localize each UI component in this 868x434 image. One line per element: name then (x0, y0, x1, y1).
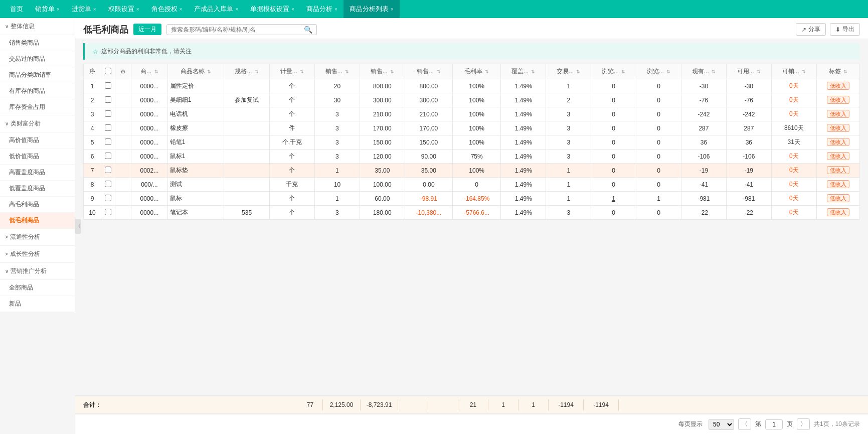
cell-tag: 低收入 (816, 121, 859, 135)
sidebar-group-营销推广分析[interactable]: ∨ 营销推广分析 (0, 263, 75, 280)
nav-item-角色授权[interactable]: 角色授权× (145, 0, 189, 18)
col-header-unit[interactable]: 计量... ⇅ (270, 64, 315, 79)
col-header-available-stock[interactable]: 可用... ⇅ (726, 64, 771, 79)
cell-check[interactable] (101, 79, 115, 93)
row-checkbox[interactable] (105, 209, 111, 215)
sidebar-item-销售类商品[interactable]: 销售类商品 (0, 35, 75, 51)
search-input[interactable] (171, 26, 304, 33)
nav-close-icon[interactable]: × (291, 7, 294, 12)
sidebar-item-高价值商品[interactable]: 高价值商品 (0, 132, 75, 149)
sidebar-collapse-btn[interactable]: 《 (75, 219, 81, 234)
nav-item-商品分析[interactable]: 商品分析× (300, 0, 343, 18)
sidebar-item-有库存的商品[interactable]: 有库存的商品 (0, 83, 75, 99)
cell-unit: 个 (270, 164, 315, 178)
row-checkbox[interactable] (105, 110, 111, 117)
nav-item-商品分析列表[interactable]: 商品分析列表× (343, 0, 400, 18)
col-header-gross-margin[interactable]: 毛利率 ⇅ (453, 64, 501, 79)
sidebar-group-成长性分析[interactable]: > 成长性分析 (0, 246, 75, 263)
col-header-sales-qty[interactable]: 销售... ⇅ (314, 64, 360, 79)
sidebar-item-低价值商品[interactable]: 低价值商品 (0, 149, 75, 165)
share-button[interactable]: ↗ 分享 (796, 23, 826, 36)
nav-close-icon[interactable]: × (93, 7, 96, 12)
cell-coverage: 1.49% (501, 135, 546, 150)
nav-item-权限设置[interactable]: 权限设置× (102, 0, 145, 18)
nav-close-icon[interactable]: × (57, 7, 60, 12)
col-header-settings[interactable]: ⚙ (115, 64, 131, 79)
row-checkbox[interactable] (105, 195, 111, 201)
nav-close-icon[interactable]: × (180, 7, 183, 12)
sidebar-group-类财富分析[interactable]: ∨ 类财富分析 (0, 115, 75, 132)
col-header-current-stock[interactable]: 现有... ⇅ (681, 64, 726, 79)
row-checkbox[interactable] (105, 167, 111, 173)
col-header-spec[interactable]: 规格... ⇅ (224, 64, 270, 79)
row-checkbox[interactable] (105, 96, 111, 103)
col-header-code[interactable]: 商... ⇅ (131, 64, 167, 79)
cell-current-stock: -41 (681, 178, 726, 192)
sidebar-item-高覆盖度商品[interactable]: 高覆盖度商品 (0, 165, 75, 181)
nav-item-销货单[interactable]: 销货单× (29, 0, 66, 18)
col-header-name[interactable]: 商品名称 ⇅ (167, 64, 224, 79)
search-icon[interactable]: 🔍 (304, 26, 312, 34)
sidebar-group-整体信息[interactable]: ∨ 整体信息 (0, 18, 75, 35)
cell-available-stock: -76 (726, 93, 771, 107)
cell-check[interactable] (101, 107, 115, 121)
cell-check[interactable] (101, 206, 115, 220)
col-header-sales-profit[interactable]: 销售... ⇅ (405, 64, 452, 79)
col-header-coverage[interactable]: 覆盖... ⇅ (501, 64, 546, 79)
row-checkbox[interactable] (105, 138, 111, 145)
cell-check[interactable] (101, 150, 115, 164)
col-header-seq: 序 (84, 64, 101, 79)
col-header-transaction[interactable]: 交易... ⇅ (546, 64, 591, 79)
cell-sales-price: 35.00 (360, 164, 405, 178)
cell-name: 笔记本 (167, 206, 224, 220)
page-number-input[interactable] (765, 419, 783, 429)
col-header-views2[interactable]: 浏览... ⇅ (636, 64, 681, 79)
cell-check[interactable] (101, 178, 115, 192)
nav-close-icon[interactable]: × (136, 7, 139, 12)
cell-sellable-days: 0天 (771, 150, 816, 164)
row-checkbox[interactable] (105, 82, 111, 89)
row-checkbox[interactable] (105, 153, 111, 159)
nav-close-icon[interactable]: × (235, 7, 238, 12)
cell-views1[interactable]: 1 (591, 192, 636, 206)
cell-check[interactable] (101, 135, 115, 150)
select-all-checkbox[interactable] (105, 68, 111, 74)
col-header-sellable-days[interactable]: 可销... ⇅ (771, 64, 816, 79)
date-filter-button[interactable]: 近一月 (133, 24, 161, 35)
row-checkbox[interactable] (105, 124, 111, 131)
sidebar-item-低覆盖度商品[interactable]: 低覆盖度商品 (0, 181, 75, 197)
cell-gross-margin: 75% (453, 150, 501, 164)
cell-settings (115, 178, 131, 192)
sidebar-item-低毛利商品[interactable]: 低毛利商品 (0, 213, 75, 229)
nav-item-产成品入库单[interactable]: 产成品入库单× (188, 0, 244, 18)
cell-check[interactable] (101, 93, 115, 107)
cell-sales-price: 100.00 (360, 178, 405, 192)
cell-check[interactable] (101, 121, 115, 135)
sidebar-item-全部商品[interactable]: 全部商品 (0, 280, 75, 296)
cell-check[interactable] (101, 192, 115, 206)
nav-item-首页[interactable]: 首页 (4, 0, 29, 18)
row-checkbox[interactable] (105, 181, 111, 187)
sidebar-group-流通性分析[interactable]: > 流通性分析 (0, 229, 75, 246)
col-header-check[interactable] (101, 64, 115, 79)
export-button[interactable]: ⬇ 导出 (830, 23, 860, 36)
next-page-button[interactable]: 〉 (797, 418, 810, 430)
prev-page-button[interactable]: 〈 (738, 418, 751, 430)
sidebar-item-库存资金占用[interactable]: 库存资金占用 (0, 99, 75, 115)
header-actions: ↗ 分享 ⬇ 导出 (796, 23, 860, 36)
col-header-views1[interactable]: 浏览... ⇅ (591, 64, 636, 79)
sidebar-item-商品分类助销率[interactable]: 商品分类助销率 (0, 67, 75, 83)
sidebar-item-高毛利商品[interactable]: 高毛利商品 (0, 197, 75, 213)
nav-item-单据模板设置[interactable]: 单据模板设置× (244, 0, 300, 18)
col-header-tag[interactable]: 标签 ⇅ (816, 64, 859, 79)
cell-unit: 千克 (270, 178, 315, 192)
cell-check[interactable] (101, 164, 115, 178)
col-header-sales-price[interactable]: 销售... ⇅ (360, 64, 405, 79)
sidebar-item-新品[interactable]: 新品 (0, 296, 75, 312)
nav-item-进货单[interactable]: 进货单× (66, 0, 102, 18)
nav-close-icon[interactable]: × (334, 7, 337, 12)
sidebar-item-交易过的商品[interactable]: 交易过的商品 (0, 51, 75, 67)
per-page-select[interactable]: 50 100 200 (709, 419, 734, 430)
cell-spec (224, 150, 270, 164)
nav-close-icon[interactable]: × (391, 7, 394, 12)
